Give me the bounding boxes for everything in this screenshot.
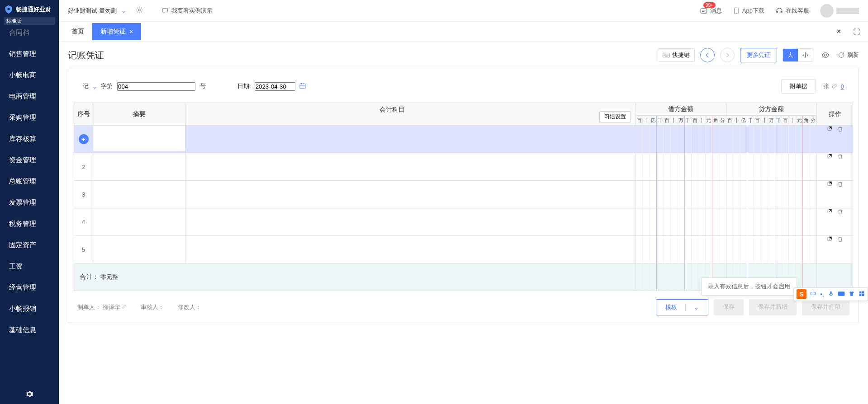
sidebar-item[interactable]: 资金管理 [0,150,59,171]
paperclip-icon[interactable] [832,83,838,89]
sidebar-item[interactable]: 工资 [0,256,59,277]
delete-row-icon[interactable] [837,210,844,216]
tab-home[interactable]: 首页 [63,23,92,40]
size-big[interactable]: 大 [783,49,798,61]
save-button: 保存 [714,299,744,315]
header-app-download[interactable]: App下载 [733,7,764,15]
copy-row-icon[interactable] [826,237,833,244]
sidebar-item[interactable]: 发票管理 [0,192,59,213]
summary-cell[interactable] [93,126,185,153]
ime-lang[interactable]: 中 [810,290,816,298]
ime-keyboard-icon[interactable] [838,291,845,298]
fullscreen-button[interactable] [850,25,863,38]
attach-count[interactable]: 0 [841,83,844,90]
size-small[interactable]: 小 [798,49,813,61]
account-cell[interactable] [185,236,636,263]
voucher-number-input[interactable] [117,82,195,91]
template-button[interactable]: 模板 ⌄ [656,299,708,315]
credit-cell[interactable] [726,153,816,181]
voucher-type-field[interactable]: 记 ⌄ 字第 [83,82,113,90]
credit-cell[interactable] [726,236,816,263]
summary-cell[interactable] [93,236,185,263]
svg-point-0 [7,8,10,10]
calendar-icon[interactable] [299,82,306,91]
total-text: 零元整 [100,273,118,280]
zhang-label: 张 [823,82,829,90]
table-row[interactable]: + [74,126,853,153]
copy-row-icon[interactable] [826,155,833,161]
debit-cell[interactable] [636,153,726,181]
svg-rect-13 [830,291,832,294]
habit-button[interactable]: 习惯设置 [599,111,631,122]
debit-cell[interactable] [636,208,726,236]
refresh-button[interactable]: 刷新 [838,51,859,59]
sidebar-settings[interactable] [0,385,59,404]
account-cell[interactable] [185,208,636,236]
sidebar-item[interactable]: 小畅电商 [0,65,59,86]
credit-cell[interactable] [726,126,816,153]
sidebar-item[interactable]: 采购管理 [0,107,59,128]
debit-cell[interactable] [636,181,726,208]
delete-row-icon[interactable] [837,127,844,134]
summary-cell[interactable] [93,181,185,208]
copy-row-icon[interactable] [826,127,833,134]
summary-cell[interactable] [93,153,185,181]
credit-cell[interactable] [726,181,816,208]
nav-next-button[interactable] [720,48,735,62]
tabs-close-all[interactable]: ✕ [832,25,845,38]
header-settings-icon[interactable] [135,6,143,15]
close-icon[interactable]: × [129,28,133,35]
sidebar-item[interactable]: 电商管理 [0,86,59,107]
ime-skin-icon[interactable] [849,291,855,298]
tenant-selector[interactable]: 好业财测试-量勿删 ⌄ [68,7,126,15]
summary-input[interactable] [93,126,185,151]
view-button[interactable] [819,48,832,62]
sidebar-item[interactable]: 小畅报销 [0,298,59,319]
delete-row-icon[interactable] [837,237,844,244]
sidebar-item[interactable]: 合同档 [0,28,59,43]
header-service[interactable]: 在线客服 [775,7,809,15]
sidebar-item[interactable]: 基础信息 [0,319,59,341]
demo-link[interactable]: 我要看实例演示 [161,7,213,15]
sidebar-item[interactable]: 销售管理 [0,43,59,65]
ime-logo-icon: S [797,289,806,299]
ime-toolbar[interactable]: S 中 •, [793,287,868,301]
delete-row-icon[interactable] [837,155,844,161]
account-cell[interactable] [185,126,636,153]
account-cell[interactable] [185,153,636,181]
nav-prev-button[interactable] [700,48,715,62]
summary-cell[interactable] [93,208,185,236]
ime-mic-icon[interactable] [828,291,834,298]
credit-cell[interactable] [726,208,816,236]
more-voucher-button[interactable]: 更多凭证 [740,48,777,62]
sidebar-item[interactable]: 经营管理 [0,277,59,298]
phone-icon [733,7,740,15]
sidebar-item[interactable]: 固定资产 [0,235,59,256]
ime-punct-icon[interactable]: •, [820,291,824,298]
account-cell[interactable] [185,181,636,208]
add-row-button[interactable]: + [79,134,89,144]
delete-row-icon[interactable] [837,182,844,189]
table-row[interactable]: 5 [74,236,853,263]
sidebar: 畅捷通好业财 标准版 合同档 销售管理 小畅电商 电商管理 采购管理 库存核算 … [0,0,59,404]
table-row[interactable]: 2 [74,153,853,181]
attach-button[interactable]: 附单据 [781,79,816,94]
voucher-date-input[interactable] [255,82,295,91]
sidebar-item[interactable]: 总账管理 [0,171,59,192]
maker-label: 制单人： [77,304,101,310]
copy-row-icon[interactable] [826,210,833,216]
debit-cell[interactable] [636,236,726,263]
table-row[interactable]: 3 [74,181,853,208]
sidebar-item[interactable]: 库存核算 [0,128,59,150]
copy-row-icon[interactable] [826,182,833,189]
header-messages[interactable]: 99+ 消息 [700,7,722,15]
debit-cell[interactable] [636,126,726,153]
total-label: 合计： [80,273,99,280]
table-row[interactable]: 4 [74,208,853,236]
edit-icon[interactable] [122,304,127,309]
shortcut-button[interactable]: 快捷键 [658,48,695,62]
sidebar-item[interactable]: 税务管理 [0,213,59,235]
tab-new-voucher[interactable]: 新增凭证 × [92,23,141,40]
user-avatar[interactable] [820,4,859,18]
ime-toolbox-icon[interactable] [859,291,865,298]
